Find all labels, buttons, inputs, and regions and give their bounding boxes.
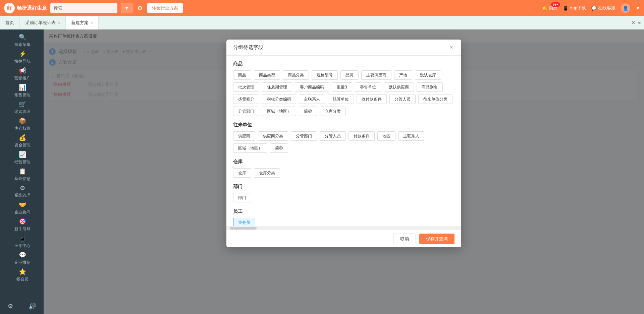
field-group-department: 部门 部门 (233, 184, 454, 202)
field-tag-salesman[interactable]: 业务员 (233, 218, 255, 226)
tab-menu-icon[interactable]: ≡ (638, 20, 641, 25)
sidebar: 🔍 搜索菜单 ⚡ 快捷导航 📢 营销推广 📊 销售管理 🛒 采购管理 📦 库存核… (0, 29, 44, 314)
sidebar-settings-icon[interactable]: ⚙ (8, 303, 13, 310)
field-tag-dept-field[interactable]: 部门 (233, 193, 251, 202)
field-tag-default-supplier[interactable]: 默认供应商 (384, 82, 414, 92)
field-tag-product-category[interactable]: 商品分类 (283, 70, 309, 80)
field-tag-batch-mgmt[interactable]: 批次管理 (233, 82, 259, 92)
field-tag-brand[interactable]: 品牌 (340, 70, 359, 80)
field-group-counterparty: 往来单位 供应商 供应商分类 分管部门 分管人员 付款条件 地区 主联系人 区域… (233, 122, 454, 153)
field-tag-supplier[interactable]: 供应商 (233, 131, 255, 141)
sidebar-item-operations[interactable]: 📈 经营管理 (0, 149, 44, 166)
field-tag-short2[interactable]: 简称 (270, 143, 288, 153)
header-gear-icon[interactable]: ⚙ (136, 3, 144, 13)
field-tag-area[interactable]: 地区 (377, 131, 395, 141)
field-tag-weight3[interactable]: 重量3 (332, 82, 352, 92)
tab-purchase-stats-close[interactable]: × (58, 20, 60, 25)
field-tag-dept-person[interactable]: 分管人员 (320, 131, 346, 141)
field-tag-pickup-points[interactable]: 拣货积分 (233, 95, 259, 104)
field-group-department-title: 部门 (233, 184, 454, 190)
sidebar-item-corp-coop[interactable]: 🤝 企业协同 (0, 200, 44, 216)
sidebar-item-app-center-label: 应用中心 (14, 243, 31, 249)
app-download-icon: 📱 (563, 6, 568, 11)
field-tag-product-type[interactable]: 商品类型 (254, 70, 280, 80)
tab-purchase-stats[interactable]: 采购订单统计表 × (20, 16, 66, 29)
sidebar-item-purchase-label: 采购管理 (14, 109, 31, 115)
field-tag-shelf-life[interactable]: 保质期管理 (262, 82, 292, 92)
field-tag-default-warehouse[interactable]: 默认仓库 (415, 70, 441, 80)
sidebar-item-system[interactable]: ⚙ 系统管理 (0, 183, 44, 200)
tab-close-all-icon[interactable]: ✕ (632, 20, 635, 25)
field-tag-wh[interactable]: 仓库 (233, 168, 251, 178)
warehouse-field-tags: 仓库 仓库分类 (233, 168, 454, 178)
header-dropdown-button[interactable]: ▼ (121, 3, 132, 13)
sidebar-bottom: ⚙ 🔊 (0, 298, 44, 314)
username-expand-icon: ▼ (636, 6, 640, 11)
sidebar-audio-icon[interactable]: 🔊 (29, 303, 36, 310)
modal-overlay: 分组待选字段 × 商品 商品 商品类型 商品分类 规格型号 品牌 (44, 29, 644, 314)
sidebar-item-finance[interactable]: 💰 资金管理 (0, 133, 44, 149)
sidebar-item-purchase[interactable]: 🛒 采购管理 (0, 99, 44, 116)
field-tag-warehouse-cat[interactable]: 仓库分类 (320, 107, 346, 116)
field-tag-contact[interactable]: 主联系人 (398, 131, 424, 141)
field-tag-retail-unit[interactable]: 零售单位 (355, 82, 381, 92)
field-tag-wh-cat[interactable]: 仓库分类 (254, 168, 280, 178)
field-tag-region[interactable]: 区域（地区） (262, 107, 296, 116)
sidebar-item-wechat[interactable]: 💬 企业微信 (0, 250, 44, 267)
field-tag-product[interactable]: 商品 (233, 70, 251, 80)
field-tag-main-supplier[interactable]: 主要供应商 (361, 70, 391, 80)
field-tag-source-unit-cat[interactable]: 往来单位分类 (418, 95, 452, 104)
sidebar-item-sales[interactable]: 📊 销售管理 (0, 82, 44, 99)
counterparty-field-tags: 供应商 供应商分类 分管部门 分管人员 付款条件 地区 主联系人 区域（地区） … (233, 131, 454, 153)
search-menu-icon: 🔍 (19, 34, 26, 41)
online-service-item[interactable]: 💬 在线客服 (591, 5, 615, 11)
sidebar-item-basic-label: 基础信息 (14, 176, 31, 182)
modal-hscroll-thumb[interactable] (230, 227, 257, 230)
sidebar-item-search[interactable]: 🔍 搜索菜单 (0, 32, 44, 49)
header-search-input[interactable] (50, 3, 117, 13)
sidebar-item-members[interactable]: ⭐ 畅会员 (0, 267, 44, 284)
app-download-item[interactable]: 📱 App下载 (563, 5, 586, 11)
field-tag-main-contact[interactable]: 主联系人 (299, 95, 325, 104)
field-tag-pay-terms[interactable]: 付款条件 (348, 131, 375, 141)
field-tag-short-name[interactable]: 简称 (299, 107, 317, 116)
operations-icon: 📈 (19, 151, 26, 158)
sidebar-item-beginner[interactable]: 🎯 新手引导 (0, 216, 44, 233)
field-tag-manager[interactable]: 分管人员 (389, 95, 416, 104)
notification-item[interactable]: 🔔 消息 99+ (542, 5, 557, 11)
field-tag-dept-mgmt[interactable]: 分管部门 (233, 107, 259, 116)
header-right: 🔔 消息 99+ 📱 App下载 💬 在线客服 👤 ▼ (542, 3, 640, 13)
field-tag-product-alias[interactable]: 商品别名 (417, 82, 443, 92)
sidebar-item-inventory[interactable]: 📦 库存核算 (0, 116, 44, 133)
sidebar-item-app-center[interactable]: 📱 应用中心 (0, 233, 44, 250)
modal-close-button[interactable]: × (448, 43, 454, 52)
field-tag-supplier-cat[interactable]: 供应商分类 (258, 131, 288, 141)
field-tag-tax-code[interactable]: 税收分类编码 (262, 95, 296, 104)
field-tag-region2[interactable]: 区域（地区） (233, 143, 267, 153)
modal-horizontal-scrollbar[interactable] (226, 226, 461, 230)
field-tag-settle-unit[interactable]: 结算单位 (328, 95, 354, 104)
tab-purchase-stats-label: 采购订单统计表 (25, 20, 56, 26)
sidebar-item-marketing[interactable]: 📢 营销推广 (0, 66, 44, 82)
experience-button[interactable]: 体验行业方案 (147, 3, 183, 13)
sidebar-item-marketing-label: 营销推广 (14, 75, 31, 81)
field-tag-dept[interactable]: 分管部门 (291, 131, 317, 141)
avatar[interactable]: 👤 (621, 3, 630, 13)
cancel-button[interactable]: 取消 (393, 234, 416, 244)
tab-new-plan[interactable]: 新建方案 × (66, 16, 99, 29)
confirm-button[interactable]: 保存并查询 (419, 234, 454, 244)
tab-new-plan-close[interactable]: × (91, 20, 93, 25)
field-tag-customer-code[interactable]: 客户商品编码 (295, 82, 329, 92)
sidebar-item-quick-nav[interactable]: ⚡ 快捷导航 (0, 49, 44, 66)
sidebar-item-system-label: 系统管理 (14, 193, 31, 198)
online-service-icon: 💬 (591, 6, 597, 11)
field-tag-origin[interactable]: 产地 (394, 70, 412, 80)
main-layout: 🔍 搜索菜单 ⚡ 快捷导航 📢 营销推广 📊 销售管理 🛒 采购管理 📦 库存核… (0, 29, 644, 314)
field-tag-payment-terms[interactable]: 收付款条件 (357, 95, 387, 104)
field-tag-spec-type[interactable]: 规格型号 (312, 70, 338, 80)
sidebar-item-sales-label: 销售管理 (14, 92, 31, 98)
inventory-icon: 📦 (19, 117, 26, 125)
tab-home[interactable]: 首页 (0, 16, 20, 29)
sidebar-item-basic[interactable]: 📋 基础信息 (0, 166, 44, 183)
logo-icon: 好 (4, 3, 15, 13)
